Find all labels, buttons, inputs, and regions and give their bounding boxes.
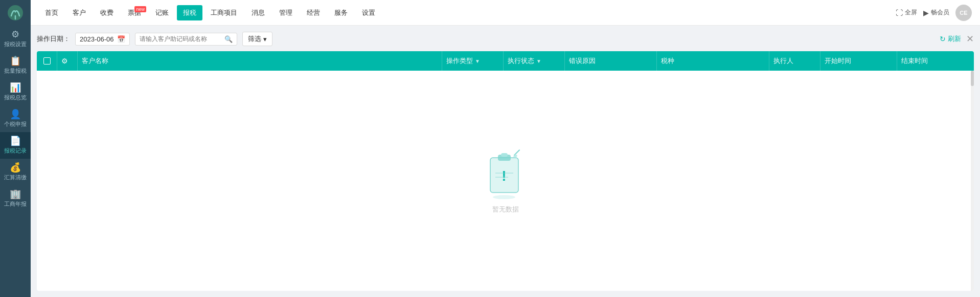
th-error-reason: 错误原因 [565, 51, 657, 71]
record-icon: 📄 [10, 136, 21, 145]
sidebar: ⚙ 报税设置 📋 批量报税 📊 报税总览 👤 个税申报 📄 报税记录 💰 汇算清… [0, 0, 31, 297]
toolbar: 操作日期： 2023-06-06 📅 🔍 筛选 ▾ ↻ 刷新 ✕ [37, 32, 974, 46]
th-executor: 执行人 [769, 51, 821, 71]
fullscreen-icon: ⛶ [896, 9, 903, 17]
svg-text:!: ! [502, 168, 506, 184]
sidebar-item-baoshuishezhi[interactable]: ⚙ 报税设置 [0, 26, 31, 52]
nav-item-shoufei[interactable]: 收费 [94, 5, 120, 20]
th-start-time: 开始时间 [821, 51, 897, 71]
fullscreen-button[interactable]: ⛶ 全屏 [896, 8, 917, 17]
video-icon: ▶ [923, 9, 929, 17]
svg-rect-4 [501, 153, 508, 157]
nav-item-jingying[interactable]: 经营 [301, 5, 326, 20]
nav-item-kehu[interactable]: 客户 [66, 5, 92, 20]
th-client-name: 客户名称 [78, 51, 442, 71]
scrollbar-thumb[interactable] [971, 71, 974, 86]
th-checkbox[interactable] [37, 51, 57, 71]
nav-item-shouye[interactable]: 首页 [39, 5, 64, 20]
page-content: 操作日期： 2023-06-06 📅 🔍 筛选 ▾ ↻ 刷新 ✕ [31, 26, 980, 297]
refresh-icon: ↻ [940, 35, 946, 43]
th-exec-status[interactable]: 执行状态 ▼ [504, 51, 565, 71]
sidebar-item-geshuishenbao[interactable]: 👤 个税申报 [0, 105, 31, 132]
date-label: 操作日期： [37, 34, 70, 44]
nav-item-baoshui[interactable]: 报税 [177, 5, 202, 20]
table-header: ⚙ 客户名称 操作类型 ▼ 执行状态 ▼ 错误原因 税种 [37, 51, 974, 71]
search-box: 🔍 [135, 33, 237, 46]
svg-point-10 [493, 195, 515, 199]
empty-state: ! 暂无数据 [483, 147, 529, 214]
sidebar-item-gongshangnianbaol[interactable]: 🏢 工商年报 [0, 185, 31, 212]
refresh-button[interactable]: ↻ 刷新 [940, 34, 961, 44]
main-wrapper: 首页 客户 收费 票据 new 记账 报税 工商项目 消息 管理 经营 服务 设… [31, 0, 980, 297]
nav-item-piaoju[interactable]: 票据 new [122, 5, 147, 20]
user-avatar[interactable]: CE [955, 5, 972, 21]
settlement-icon: 💰 [10, 163, 21, 172]
th-tax-type: 税种 [657, 51, 769, 71]
personal-tax-icon: 👤 [10, 110, 21, 119]
select-all-checkbox[interactable] [43, 57, 51, 65]
date-value: 2023-06-06 [80, 35, 114, 43]
batch-tax-icon: 📋 [10, 56, 21, 66]
th-settings: ⚙ [57, 51, 78, 71]
th-operation-type[interactable]: 操作类型 ▼ [442, 51, 504, 71]
overview-icon: 📊 [10, 83, 21, 92]
sidebar-item-baoshuizonglan[interactable]: 📊 报税总览 [0, 79, 31, 105]
empty-text: 暂无数据 [492, 205, 519, 214]
top-nav: 首页 客户 收费 票据 new 记账 报税 工商项目 消息 管理 经营 服务 设… [31, 0, 980, 26]
nav-items: 首页 客户 收费 票据 new 记账 报税 工商项目 消息 管理 经营 服务 设… [39, 5, 896, 20]
date-picker[interactable]: 2023-06-06 📅 [75, 33, 130, 46]
th-end-time: 结束时间 [897, 51, 974, 71]
table-body: ! 暂无数据 [37, 71, 974, 291]
close-button[interactable]: ✕ [966, 33, 974, 45]
column-settings-icon[interactable]: ⚙ [61, 57, 68, 65]
filter-arrow-icon-2: ▼ [536, 58, 541, 64]
search-input[interactable] [140, 35, 222, 43]
empty-illustration: ! [483, 147, 529, 199]
nav-item-shezhi[interactable]: 设置 [356, 5, 381, 20]
sidebar-item-huisuanqingjiao[interactable]: 💰 汇算清缴 [0, 159, 31, 185]
chevron-down-icon: ▾ [263, 35, 267, 43]
member-button[interactable]: ▶ 畅会员 [923, 8, 949, 17]
data-table: ⚙ 客户名称 操作类型 ▼ 执行状态 ▼ 错误原因 税种 [37, 51, 974, 291]
nav-item-guanli[interactable]: 管理 [273, 5, 299, 20]
scrollbar-track[interactable] [971, 71, 974, 291]
top-nav-right: ⛶ 全屏 ▶ 畅会员 CE [896, 5, 972, 21]
settings-icon: ⚙ [11, 30, 19, 39]
filter-arrow-icon: ▼ [475, 58, 480, 64]
sidebar-item-piliangshuiwu[interactable]: 📋 批量报税 [0, 52, 31, 79]
nav-item-jizhang[interactable]: 记账 [149, 5, 175, 20]
sidebar-item-baoshuijilu[interactable]: 📄 报税记录 [0, 132, 31, 159]
new-badge: new [134, 6, 146, 13]
calendar-icon: 📅 [117, 35, 125, 43]
nav-item-gongshangxiangmu[interactable]: 工商项目 [204, 5, 243, 20]
app-logo [0, 0, 31, 26]
annual-report-icon: 🏢 [10, 189, 21, 199]
filter-button[interactable]: 筛选 ▾ [242, 32, 272, 46]
search-icon: 🔍 [224, 35, 233, 43]
nav-item-xiaoxi[interactable]: 消息 [245, 5, 271, 20]
nav-item-fuwu[interactable]: 服务 [328, 5, 354, 20]
